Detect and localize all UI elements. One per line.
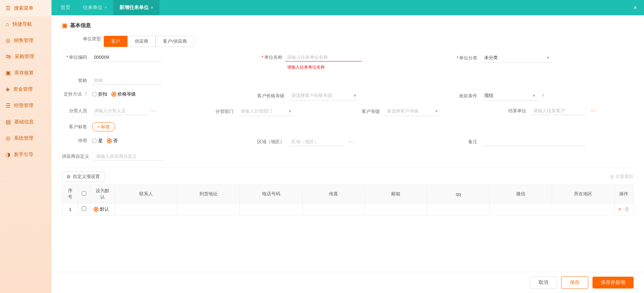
unit-type-supplier[interactable]: 供应商 [127, 36, 156, 47]
field-customer-level: 客户等级 请选择客户等级 ▼ [355, 107, 487, 116]
unit-name-error: 请输入往来单位名称 [287, 64, 325, 70]
col-wechat: 微信 [489, 185, 552, 203]
qq-input[interactable] [431, 207, 486, 212]
save-button[interactable]: 保存 [561, 276, 588, 289]
radio-no[interactable]: 否 [107, 138, 118, 144]
tab-new-partner[interactable]: 新增往来单位 × [113, 0, 159, 15]
remark-input[interactable] [482, 138, 587, 146]
payment-terms-select[interactable]: 现结 ▼ [482, 91, 538, 100]
radio-yes-circle [92, 138, 97, 143]
form-content: ▣ 基本信息 单位类型 客户 供应商 客户/供应商 *单位编码 [52, 15, 644, 272]
unit-code-input[interactable] [92, 53, 162, 62]
chevron-down-icon: ▼ [546, 56, 550, 60]
wechat-input[interactable] [493, 207, 548, 212]
fax-input[interactable] [306, 207, 361, 212]
payment-help-icon[interactable]: ? [541, 93, 544, 98]
radio-grade[interactable]: 价格等级 [111, 91, 136, 97]
radio-grade-dot [113, 93, 115, 95]
unit-type-both[interactable]: 客户/供应商 [156, 36, 194, 47]
row-default-radio[interactable]: 默认 [94, 206, 111, 212]
cell-qq[interactable] [427, 203, 489, 215]
sidebar-item-quick-nav[interactable]: ⌂ 快捷导航 [0, 16, 52, 32]
unit-name-input[interactable] [285, 53, 362, 62]
dept-select[interactable]: 请输入分管部门 ▼ [238, 107, 294, 116]
tab-new-partner-close[interactable]: × [151, 5, 153, 10]
tab-partners-close[interactable]: × [104, 5, 107, 10]
footer: 取消 保存 保存并新增 [52, 272, 644, 293]
sidebar-item-sales[interactable]: ◎ 销售管理 [0, 32, 52, 49]
region-dots-btn[interactable]: ··· [348, 139, 353, 145]
unit-type-customer[interactable]: 客户 [104, 36, 127, 47]
sidebar-item-basic-info[interactable]: ▤ 基础信息 [0, 114, 52, 130]
row-checkbox[interactable] [82, 206, 86, 211]
sidebar-item-label: 经营管理 [14, 103, 33, 109]
col-checkbox [78, 185, 90, 203]
row-region-input[interactable] [556, 207, 611, 212]
contact-input[interactable] [119, 207, 174, 212]
cell-region[interactable] [552, 203, 614, 215]
sidebar-item-purchase[interactable]: 🛍 采购管理 [0, 49, 52, 65]
field-remark: 备注 [452, 138, 634, 146]
sidebar-item-search[interactable]: ☰ 搜索菜单 [0, 0, 52, 16]
home-icon: ⌂ [6, 21, 9, 27]
cancel-button[interactable]: 取消 [530, 276, 557, 289]
cell-fax[interactable] [302, 203, 364, 215]
sidebar: ☰ 搜索菜单 ⌂ 快捷导航 ◎ 销售管理 🛍 采购管理 ▣ 库存核算 ◈ 资金管… [0, 0, 52, 293]
cell-wechat[interactable] [489, 203, 552, 215]
unit-type-label: 单位类型 [62, 36, 104, 42]
field-payment-terms: 收款条件 现结 ▼ ? [452, 91, 634, 100]
cell-address[interactable] [178, 203, 240, 215]
save-and-new-button[interactable]: 保存并新增 [592, 277, 634, 288]
cell-contact[interactable] [115, 203, 177, 215]
add-tag-button[interactable]: + 标签 [92, 122, 115, 131]
cell-phone[interactable] [240, 203, 302, 215]
supplier-custom-input[interactable] [94, 152, 164, 161]
unit-category-label: *单位分类 [452, 55, 480, 61]
settlement-input[interactable] [531, 107, 587, 115]
guide-icon: ◑ [6, 151, 10, 158]
field-supplier-custom: 供应商自定义 [62, 152, 634, 161]
sidebar-item-system[interactable]: ◎ 系统管理 [0, 130, 52, 146]
sidebar-item-finance[interactable]: ◈ 资金管理 [0, 81, 52, 97]
chevron-down-icon: ▼ [434, 109, 438, 113]
row-actions: + 🗑 [618, 206, 630, 212]
sidebar-item-label: 基础信息 [14, 119, 34, 125]
customer-level-label: 客户等级 [355, 108, 383, 115]
abbr-input[interactable] [92, 76, 162, 85]
manager-dots-btn[interactable]: ··· [151, 108, 156, 114]
pricing-help-icon[interactable]: ? [85, 91, 87, 97]
unit-name-label: *单位名称 [257, 54, 285, 60]
email-input[interactable] [368, 207, 423, 212]
cell-email[interactable] [365, 203, 427, 215]
unit-category-select[interactable]: 未分类 ▼ [482, 53, 552, 63]
settlement-dots-btn[interactable]: ··· [590, 108, 595, 114]
select-all-checkbox[interactable] [82, 191, 86, 196]
batch-delete-button[interactable]: 🗑 批量删除 [610, 173, 634, 180]
custom-settings-button[interactable]: ⚙ 自定义项设置 [62, 171, 104, 182]
col-fax: 传真 [302, 185, 364, 203]
tab-home[interactable]: 首页 [54, 0, 77, 15]
phone-input[interactable] [243, 207, 298, 212]
sidebar-item-label: 资金管理 [13, 86, 33, 92]
row-supplier-custom: 供应商自定义 [62, 152, 634, 161]
close-all-tabs[interactable]: × [629, 4, 641, 11]
col-actions: 操作 [614, 185, 633, 203]
sidebar-item-inventory[interactable]: ▣ 库存核算 [0, 65, 52, 81]
region-input[interactable] [289, 138, 345, 146]
address-input[interactable] [181, 207, 236, 212]
pricing-method-label: 定价方法 ? [62, 91, 90, 97]
customer-level-select[interactable]: 请选择客户等级 ▼ [385, 107, 440, 116]
sidebar-item-guide[interactable]: ◑ 新手引导 [0, 146, 52, 163]
add-row-button[interactable]: + [618, 206, 621, 212]
radio-discount[interactable]: 折扣 [92, 91, 107, 97]
customer-price-level-select[interactable]: 请选择客户价格等级 ▼ [289, 91, 359, 100]
tab-partners[interactable]: 往来单位 × [77, 0, 113, 15]
finance-icon: ◈ [6, 86, 10, 92]
radio-yes[interactable]: 是 [92, 138, 103, 144]
tab-home-label: 首页 [61, 5, 70, 11]
manager-input[interactable] [92, 107, 148, 115]
delete-row-button[interactable]: 🗑 [624, 206, 630, 212]
chevron-down-icon: ▼ [288, 109, 292, 113]
sidebar-item-operations[interactable]: ☰ 经营管理 [0, 97, 52, 114]
col-region: 所在地区 [552, 185, 614, 203]
